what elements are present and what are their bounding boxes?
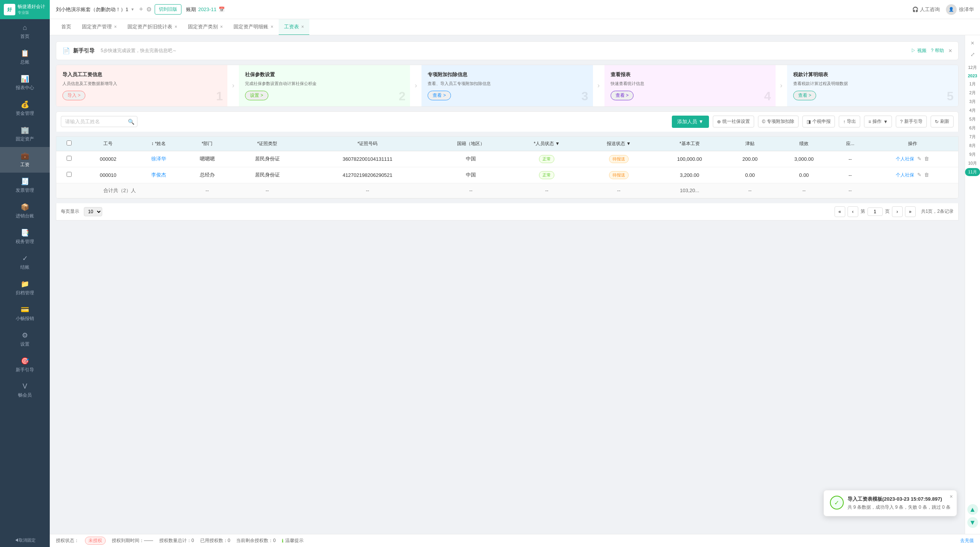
row-subsidy: 200.00 (725, 151, 775, 167)
search-input[interactable] (61, 116, 137, 127)
settings-gear-icon[interactable]: ⚙ (146, 6, 152, 13)
special-deduction-btn[interactable]: © 专项附加扣除 (758, 116, 799, 127)
add-account-icon[interactable]: + (139, 5, 143, 13)
more-actions-btn[interactable]: ≡ 操作 ▼ (864, 116, 892, 127)
month-item-10[interactable]: 10月 (965, 159, 980, 167)
tab-payroll[interactable]: 工资表 × (279, 19, 309, 35)
month-item-3[interactable]: 3月 (965, 98, 980, 106)
first-page-btn[interactable]: « (835, 206, 845, 217)
action-social[interactable]: 个人社保 (896, 156, 914, 162)
row-checkbox[interactable] (67, 156, 72, 161)
step-2-btn[interactable]: 设置 > (245, 91, 268, 100)
tab-assets-depreciation[interactable]: 固定资产折旧统计表 × (122, 19, 183, 35)
tab-close-icon[interactable]: × (114, 24, 117, 29)
panel-maximize-btn[interactable]: ⤢ (969, 50, 977, 59)
sidebar: 好 畅捷通好会计 专业版 ⌂ 首页 📋 总账 📊 报表中心 💰 资金管理 🏢 固… (0, 0, 50, 547)
per-page-label: 每页显示 (61, 208, 79, 215)
sidebar-item-archive[interactable]: 📁 归档管理 (0, 275, 50, 301)
export-btn[interactable]: ↑ 导出 (839, 116, 860, 127)
step-5-btn[interactable]: 查看 > (793, 91, 816, 100)
year-label-2023[interactable]: 2023 (965, 72, 980, 79)
month-item-12[interactable]: 12月 (965, 64, 980, 72)
month-item-5[interactable]: 5月 (965, 115, 980, 123)
guide-help-link[interactable]: ? 帮助 (931, 47, 944, 54)
cancel-fixed-btn[interactable]: ◀取消固定 (0, 534, 50, 547)
action-edit-icon[interactable]: ✎ (917, 172, 921, 178)
toast-close-btn[interactable]: × (950, 493, 953, 500)
month-item-1[interactable]: 1月 (965, 80, 980, 88)
guide-video-link[interactable]: ▷ 视频 (911, 47, 926, 54)
user-avatar: 👤 徐泽华 (946, 4, 974, 15)
sidebar-item-guide[interactable]: 🎯 新手引导 (0, 352, 50, 378)
tab-close-icon[interactable]: × (175, 24, 177, 29)
calendar-icon[interactable]: 📅 (219, 7, 225, 12)
sidebar-item-stock[interactable]: 📦 进销台账 (0, 198, 50, 224)
month-item-2[interactable]: 2月 (965, 89, 980, 97)
tab-close-icon[interactable]: × (220, 24, 223, 29)
period-value[interactable]: 2023-11 (198, 7, 217, 12)
tab-assets-mgmt[interactable]: 固定资产管理 × (77, 19, 122, 35)
employee-name-link[interactable]: 徐泽华 (151, 156, 166, 162)
panel-close-btn[interactable]: × (969, 38, 976, 48)
row-nationality: 中国 (432, 167, 510, 183)
refresh-btn[interactable]: ↻ 刷新 (931, 116, 954, 127)
sidebar-item-finance[interactable]: 💰 资金管理 (0, 96, 50, 121)
social-insurance-btn[interactable]: ⊕ 统一社保设置 (713, 116, 754, 127)
sidebar-item-assets[interactable]: 🏢 固定资产 (0, 121, 50, 147)
old-version-btn[interactable]: 切到旧版 (155, 4, 181, 15)
step-1-title: 导入员工工资信息 (62, 71, 221, 78)
sidebar-item-vip[interactable]: V 畅会员 (0, 378, 50, 403)
sidebar-item-tax[interactable]: 📑 税务管理 (0, 224, 50, 250)
month-item-11[interactable]: 11月 (965, 168, 980, 176)
nav-down-icon[interactable]: ▼ (967, 517, 978, 528)
action-delete-icon[interactable]: 🗑 (924, 156, 929, 162)
tab-close-icon[interactable]: × (301, 24, 304, 29)
ai-consult-link[interactable]: 🎧 人工咨询 (912, 6, 940, 13)
guide-close-btn[interactable]: × (949, 47, 952, 54)
step-3-btn[interactable]: 查看 > (428, 91, 451, 100)
month-item-7[interactable]: 7月 (965, 133, 980, 141)
select-all-checkbox[interactable] (67, 140, 72, 145)
tab-home[interactable]: 首页 (56, 19, 77, 35)
action-edit-icon[interactable]: ✎ (917, 156, 921, 162)
action-delete-icon[interactable]: 🗑 (924, 172, 929, 178)
page-input[interactable] (867, 207, 883, 216)
search-icon[interactable]: 🔍 (128, 119, 134, 125)
tab-assets-category[interactable]: 固定资产类别 × (183, 19, 228, 35)
sidebar-item-invoice[interactable]: 🧾 发票管理 (0, 173, 50, 198)
sidebar-item-home[interactable]: ⌂ 首页 (0, 19, 50, 44)
refresh-icon: ↻ (935, 119, 939, 124)
month-item-9[interactable]: 9月 (965, 150, 980, 158)
month-item-8[interactable]: 8月 (965, 142, 980, 150)
tab-assets-detail[interactable]: 固定资产明细账 × (228, 19, 279, 35)
next-page-btn[interactable]: › (892, 206, 903, 217)
col-status[interactable]: *人员状态 ▼ (510, 137, 584, 151)
row-checkbox[interactable] (67, 172, 72, 177)
sidebar-item-ledger[interactable]: 📋 总账 (0, 44, 50, 70)
tab-close-icon[interactable]: × (271, 24, 273, 29)
step-4-btn[interactable]: 查看 > (611, 91, 634, 100)
month-item-6[interactable]: 6月 (965, 124, 980, 132)
account-selector[interactable]: 刘小艳演示账套（勿删勿动！）1 ▼ (56, 6, 134, 13)
action-social[interactable]: 个人社保 (896, 172, 914, 178)
last-page-btn[interactable]: » (905, 206, 916, 217)
col-submit-status[interactable]: 报送状态 ▼ (584, 137, 654, 151)
sidebar-item-label: 工资 (20, 162, 29, 168)
sidebar-item-reports[interactable]: 📊 报表中心 (0, 70, 50, 96)
sidebar-item-close[interactable]: ✓ 结账 (0, 250, 50, 275)
sidebar-item-expense[interactable]: 💳 小畅报销 (0, 301, 50, 327)
employee-name-link[interactable]: 李俊杰 (151, 172, 166, 178)
prev-page-btn[interactable]: ‹ (848, 206, 858, 217)
newbie-guide-btn[interactable]: ? 新手引导 (896, 116, 927, 127)
add-person-btn[interactable]: 添加人员 ▼ (672, 116, 709, 128)
go-auth-link[interactable]: 去充值 (960, 537, 974, 544)
step-1-btn[interactable]: 导入 > (62, 91, 85, 100)
nav-up-icon[interactable]: ▲ (967, 504, 978, 515)
sidebar-item-payroll[interactable]: 💼 工资 (0, 147, 50, 173)
month-item-4[interactable]: 4月 (965, 106, 980, 114)
tax-report-btn[interactable]: ◨ 个税申报 (802, 116, 835, 127)
tab-label: 首页 (61, 23, 71, 30)
row-apply: -- (833, 151, 867, 167)
sidebar-item-settings[interactable]: ⚙ 设置 (0, 327, 50, 352)
per-page-select[interactable]: 10 20 50 (84, 207, 102, 216)
